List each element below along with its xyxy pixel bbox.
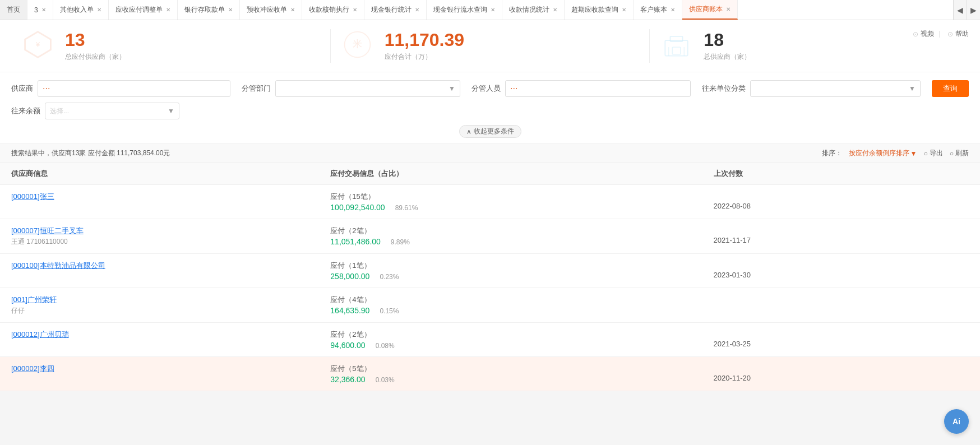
table-row[interactable]: [000100]本特勒油品有限公司 应付（1笔） 258,000.00 0.23… [0, 254, 980, 288]
person-dots-icon: ··· [510, 84, 517, 94]
refresh-icon: ○ [950, 150, 954, 157]
ap-total-content: 11,170.39 应付合计（万） [385, 30, 464, 62]
nav-overdue-ar[interactable]: 超期应收款查询 ✕ [565, 0, 634, 20]
sort-value: 按应付余额倒序排序 [849, 149, 909, 158]
nav-prepay-ar[interactable]: 预收冲应收单 ✕ [240, 0, 302, 20]
person-input-wrap[interactable]: ··· [505, 80, 691, 97]
trans-amount[interactable]: 100,092,540.00 [330, 203, 385, 212]
refresh-button[interactable]: ○ 刷新 [950, 149, 969, 158]
nav-cash-bank-stat[interactable]: 现金银行统计 ✕ [364, 0, 427, 20]
nav-other-income[interactable]: 其他收入单 ✕ [53, 0, 109, 20]
table-row[interactable]: [000001]张三 应付（15笔） 100,092,540.00 89.61%… [0, 185, 980, 219]
person-label: 分管人员 [471, 84, 501, 94]
nav-ar-ap-adjust-label: 应收应付调整单 [115, 5, 163, 15]
supplier-link[interactable]: [000007]恒旺二手叉车 [11, 226, 330, 236]
close-icon[interactable]: ✕ [166, 7, 170, 13]
sort-select[interactable]: 按应付余额倒序排序 ▼ [849, 149, 917, 158]
close-icon[interactable]: ✕ [97, 7, 101, 13]
supplier-link[interactable]: [000012]广州贝瑞 [11, 330, 330, 340]
export-button[interactable]: ○ 导出 [924, 149, 943, 158]
close-icon[interactable]: ✕ [353, 7, 357, 13]
nav-cash-bank-stat-label: 现金银行统计 [371, 5, 412, 15]
table-row[interactable]: [001]广州荣轩 仔仔 应付（4笔） 164,635.90 0.15% [0, 288, 980, 323]
search-area: 供应商 ··· 分管部门 ▼ 分管人员 ··· 往来单位分类 [0, 72, 980, 144]
nav-collection-stat[interactable]: 收款情况统计 ✕ [502, 0, 565, 20]
nav-prepay-ar-label: 预收冲应收单 [247, 5, 287, 15]
close-icon[interactable]: ✕ [228, 7, 233, 13]
close-icon[interactable]: ✕ [415, 7, 419, 13]
table-row[interactable]: [000007]恒旺二手叉车 王通 17106110000 应付（2笔） 11,… [0, 219, 980, 254]
trans-amount-row: 32,366.00 0.03% [330, 375, 713, 384]
payable-suppliers-number: 13 [65, 30, 126, 50]
close-icon[interactable]: ✕ [290, 7, 295, 13]
chevron-down-icon2: ▼ [909, 85, 916, 92]
person-field: 分管人员 ··· [471, 80, 691, 97]
trans-amount-row: 164,635.90 0.15% [330, 306, 713, 315]
nav-overdue-ar-label: 超期应收款查询 [571, 5, 618, 15]
close-icon[interactable]: ✕ [491, 7, 495, 13]
close-icon[interactable]: ✕ [726, 6, 731, 12]
nav-arrow-right[interactable]: ▶ [967, 0, 980, 20]
table-row[interactable]: [000012]广州贝瑞 应付（2笔） 94,600.00 0.08% 2021… [0, 323, 980, 357]
supplier-input[interactable] [52, 85, 225, 92]
result-summary-text: 搜索结果中，供应商13家 应付金额 111,703,854.00元 [11, 149, 170, 158]
trans-details: 应付（2笔） 11,051,486.00 9.89% [330, 226, 713, 246]
trans-label: 应付（1笔） [330, 261, 713, 271]
nav-cash-bank-flow[interactable]: 现金银行流水查询 ✕ [427, 0, 502, 20]
payable-suppliers-icon: ¥ [22, 29, 56, 63]
supplier-link[interactable]: [000100]本特勒油品有限公司 [11, 261, 330, 271]
close-icon[interactable]: ✕ [553, 7, 557, 13]
nav-collection-stat-label: 收款情况统计 [509, 5, 549, 15]
help-link[interactable]: 帮助 [955, 29, 969, 39]
nav-arrow-left[interactable]: ◀ [953, 0, 967, 20]
nav-collection-exec[interactable]: 收款核销执行 ✕ [302, 0, 364, 20]
person-input[interactable] [520, 85, 685, 92]
svg-rect-6 [673, 47, 681, 54]
nav-home[interactable]: 首页 [0, 0, 27, 20]
trans-details: 应付（1笔） 258,000.00 0.23% [330, 261, 713, 281]
trans-label: 应付（2笔） [330, 226, 713, 236]
total-suppliers-number: 18 [704, 30, 751, 50]
close-icon[interactable]: ✕ [622, 7, 626, 13]
nav-customer-ledger[interactable]: 客户账本 ✕ [634, 0, 682, 20]
supplier-label: 供应商 [11, 84, 33, 94]
trans-amount[interactable]: 258,000.00 [330, 272, 369, 281]
close-icon[interactable]: ✕ [41, 7, 46, 13]
supplier-link[interactable]: [000001]张三 [11, 192, 330, 202]
search-row-1: 供应商 ··· 分管部门 ▼ 分管人员 ··· 往来单位分类 [11, 80, 969, 97]
circle-icon2: ⊙ [947, 30, 953, 38]
query-button[interactable]: 查询 [932, 80, 969, 97]
nav-tab3[interactable]: 3 ✕ [27, 0, 53, 20]
chevron-down-icon: ▼ [449, 85, 455, 92]
balance-select[interactable]: 选择... ▼ [45, 103, 179, 119]
supplier-link[interactable]: [000002]李四 [11, 364, 330, 374]
nav-bank-deposit[interactable]: 银行存取款单 ✕ [178, 0, 240, 20]
close-icon[interactable]: ✕ [671, 7, 675, 13]
last-payment: 2020-11-20 [714, 364, 969, 382]
nav-ar-ap-adjust[interactable]: 应收应付调整单 ✕ [109, 0, 178, 20]
chevron-down-icon3: ▼ [168, 107, 174, 115]
dept-label: 分管部门 [242, 84, 271, 94]
total-suppliers-content: 18 总供应商（家） [704, 30, 751, 62]
total-suppliers-label: 总供应商（家） [704, 52, 751, 62]
nav-home-label: 首页 [7, 5, 20, 15]
trans-details: 应付（4笔） 164,635.90 0.15% [330, 295, 713, 315]
category-select[interactable]: ▼ [750, 80, 921, 97]
table-row[interactable]: [000002]李四 应付（5笔） 32,366.00 0.03% 2020-1… [0, 357, 980, 391]
nav-supplier-ledger[interactable]: 供应商账本 ✕ [682, 0, 738, 20]
trans-amount-row: 94,600.00 0.08% [330, 341, 713, 350]
dept-select[interactable]: ▼ [275, 80, 461, 97]
supplier-link[interactable]: [001]广州荣轩 [11, 295, 330, 305]
trans-amount[interactable]: 164,635.90 [330, 306, 369, 315]
table-header: 供应商信息 应付交易信息（占比） 上次付数 [0, 163, 980, 185]
trans-amount[interactable]: 94,600.00 [330, 341, 365, 350]
collapse-button[interactable]: ∧ 收起更多条件 [459, 125, 521, 138]
nav-supplier-ledger-label: 供应商账本 [689, 4, 723, 14]
video-link[interactable]: 视频 [921, 29, 934, 39]
trans-amount[interactable]: 11,051,486.00 [330, 237, 381, 246]
trans-amount[interactable]: 32,366.00 [330, 375, 365, 384]
sort-label: 排序： [822, 149, 842, 158]
trans-percent: 0.08% [376, 342, 395, 350]
supplier-input-wrap[interactable]: ··· [38, 80, 230, 97]
header-supplier: 供应商信息 [11, 169, 330, 179]
